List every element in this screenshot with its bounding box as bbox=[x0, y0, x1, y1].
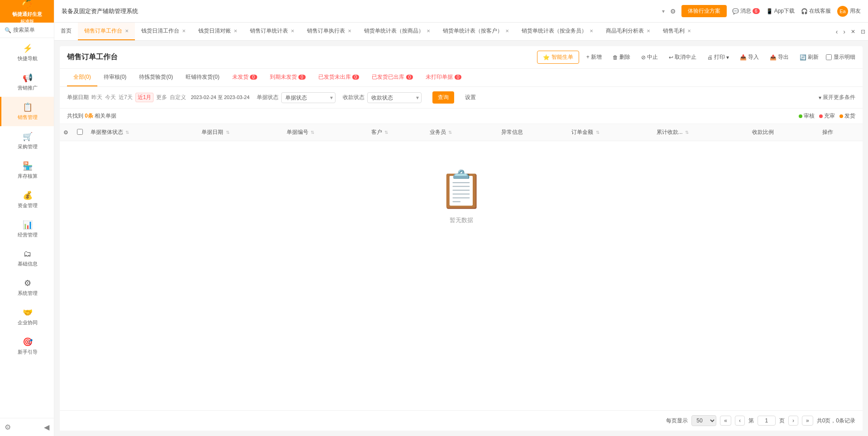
cancel-suspend-button[interactable]: ↩ 取消中止 bbox=[665, 51, 700, 63]
page-prev-btn[interactable]: ‹ bbox=[735, 416, 745, 426]
sidebar-collapse-icon[interactable]: ◀ bbox=[44, 423, 49, 431]
sidebar-search-item[interactable]: 🔍 搜索菜单 bbox=[0, 23, 54, 38]
sidebar-item-system[interactable]: ⚙ 系统管理 bbox=[0, 273, 54, 302]
tab-cash-reconcile-close[interactable]: ✕ bbox=[234, 28, 237, 33]
tab-daily-clear[interactable]: 钱货日清工作台 ✕ bbox=[135, 23, 192, 40]
uncheck-op-btn[interactable]: 充审 bbox=[819, 112, 835, 120]
sidebar-item-inventory[interactable]: 🏪 库存核算 bbox=[0, 156, 54, 185]
status-filter: 单据状态 单据状态 bbox=[257, 92, 336, 103]
sidebar-item-sales[interactable]: 📋 销售管理 bbox=[0, 97, 54, 126]
tab-sales-sum-prod-close[interactable]: ✕ bbox=[427, 28, 430, 33]
tab-sales-profit[interactable]: 销售毛利 ✕ bbox=[657, 23, 697, 40]
headset-icon: 🎧 bbox=[801, 8, 808, 14]
date-custom[interactable]: 自定义 bbox=[170, 94, 186, 101]
tab-home[interactable]: 首页 bbox=[54, 23, 78, 40]
sort-icon-amount[interactable]: ⇅ bbox=[596, 130, 599, 135]
show-detail-input[interactable] bbox=[826, 54, 832, 60]
tab-sales-sum-prod[interactable]: 销货单统计表（按商品） ✕ bbox=[358, 23, 436, 40]
sub-tab-wangpu[interactable]: 旺铺待发货(0) bbox=[179, 69, 226, 86]
sub-tab-all[interactable]: 全部(0) bbox=[67, 69, 97, 86]
sort-icon-date[interactable]: ⇅ bbox=[226, 130, 230, 135]
sub-tab-pending-inspect[interactable]: 待拣货验货(0) bbox=[133, 69, 179, 86]
sub-tab-shipped-out[interactable]: 已发货已出库 0 bbox=[365, 69, 419, 86]
suspend-button[interactable]: ⊘ 中止 bbox=[638, 51, 662, 63]
query-button[interactable]: 查询 bbox=[432, 91, 454, 104]
export-button[interactable]: 📤 导出 bbox=[766, 51, 792, 63]
table-scroll[interactable]: ⚙ 单据整体状态 ⇅ 单据日期 bbox=[60, 124, 863, 410]
select-all-checkbox[interactable] bbox=[77, 129, 83, 135]
tab-sales-sum-staff[interactable]: 销货单统计表（按业务员） ✕ bbox=[515, 23, 599, 40]
th-overall-status-label: 单据整体状态 bbox=[91, 129, 123, 135]
settings-filter-button[interactable]: 设置 bbox=[461, 91, 480, 104]
tab-sales-exec[interactable]: 销售订单执行表 ✕ bbox=[301, 23, 358, 40]
topbar-dropdown-icon[interactable]: ▾ bbox=[662, 8, 665, 14]
tab-sales-workbench-close[interactable]: ✕ bbox=[125, 28, 129, 33]
tab-sales-stat[interactable]: 销售订单统计表 ✕ bbox=[244, 23, 301, 40]
tab-sales-exec-close[interactable]: ✕ bbox=[348, 28, 351, 33]
tab-scroll-left[interactable]: ‹ bbox=[833, 28, 841, 35]
page-input[interactable] bbox=[758, 416, 776, 426]
sub-tab-overdue[interactable]: 到期未发货 0 bbox=[264, 69, 312, 86]
sidebar-item-operations[interactable]: 📊 经营管理 bbox=[0, 214, 54, 244]
sort-icon-status[interactable]: ⇅ bbox=[125, 130, 129, 135]
tab-scroll-right[interactable]: › bbox=[840, 28, 848, 35]
sidebar-item-basic-info[interactable]: 🗂 基础信息 bbox=[0, 244, 54, 273]
date-7days[interactable]: 近7天 bbox=[119, 94, 133, 101]
tab-sales-sum-staff-close[interactable]: ✕ bbox=[590, 28, 593, 33]
online-service-action[interactable]: 🎧 在线客服 bbox=[801, 7, 831, 15]
sidebar-settings-icon[interactable]: ⚙ bbox=[5, 423, 11, 431]
tab-close-all[interactable]: ✕ bbox=[848, 28, 858, 35]
tab-daily-clear-close[interactable]: ✕ bbox=[182, 28, 186, 33]
tab-sales-profit-close[interactable]: ✕ bbox=[687, 28, 691, 33]
date-today[interactable]: 今天 bbox=[105, 94, 116, 101]
date-yesterday[interactable]: 昨天 bbox=[91, 94, 102, 101]
tab-profit-analysis[interactable]: 商品毛利分析表 ✕ bbox=[599, 23, 657, 40]
sidebar-item-purchase[interactable]: 🛒 采购管理 bbox=[0, 126, 54, 156]
tab-profit-analysis-close[interactable]: ✕ bbox=[647, 28, 650, 33]
page-first-btn[interactable]: « bbox=[720, 416, 731, 426]
ship-op-btn[interactable]: 发货 bbox=[839, 112, 855, 120]
sub-tab-shipped-no-out[interactable]: 已发货未出库 0 bbox=[312, 69, 366, 86]
per-page-select[interactable]: 50 100 bbox=[691, 415, 716, 426]
sub-tab-pending-review[interactable]: 待审核(0) bbox=[97, 69, 133, 86]
sidebar-item-quick-nav[interactable]: ⚡ 快捷导航 bbox=[0, 38, 54, 67]
sidebar-item-enterprise[interactable]: 🤝 企业协同 bbox=[0, 302, 54, 332]
delete-button[interactable]: 🗑 删除 bbox=[609, 51, 634, 63]
user-menu[interactable]: Ea 用友 bbox=[837, 6, 861, 17]
date-more[interactable]: 更多 bbox=[156, 94, 167, 101]
sidebar-item-guide[interactable]: 🎯 新手引导 bbox=[0, 332, 54, 361]
sort-icon-customer[interactable]: ⇅ bbox=[384, 130, 388, 135]
app-download-action[interactable]: 📱 App下载 bbox=[766, 7, 795, 15]
print-button[interactable]: 🖨 打印 ▾ bbox=[704, 51, 733, 63]
tab-sales-workbench[interactable]: 销售订单工作台 ✕ bbox=[78, 23, 135, 40]
sub-tab-no-print[interactable]: 未打印单据 0 bbox=[419, 69, 468, 86]
tab-sales-sum-cust[interactable]: 销货单统计表（按客户） ✕ bbox=[436, 23, 515, 40]
sub-tab-not-shipped[interactable]: 未发货 0 bbox=[226, 69, 264, 86]
page-next-btn[interactable]: › bbox=[788, 416, 798, 426]
payment-select[interactable]: 收款状态 bbox=[367, 92, 422, 103]
sort-icon-collected[interactable]: ⇅ bbox=[685, 130, 689, 135]
trial-btn[interactable]: 体验行业方案 bbox=[681, 5, 727, 17]
date-1month[interactable]: 近1月 bbox=[135, 93, 154, 102]
expand-filter-btn[interactable]: ▾ 展开更多条件 bbox=[819, 94, 855, 101]
topbar-settings-icon[interactable]: ⚙ bbox=[670, 8, 676, 15]
message-action[interactable]: 💬 消息 6 bbox=[732, 7, 760, 15]
import-button[interactable]: 📥 导入 bbox=[736, 51, 762, 63]
refresh-button[interactable]: 🔄 刷新 bbox=[796, 51, 822, 63]
sidebar-item-finance[interactable]: 💰 资金管理 bbox=[0, 185, 54, 214]
add-button[interactable]: + 新增 bbox=[583, 51, 605, 63]
status-select[interactable]: 单据状态 bbox=[281, 92, 336, 103]
tab-sales-stat-close[interactable]: ✕ bbox=[291, 28, 294, 33]
sort-icon-number[interactable]: ⇅ bbox=[311, 130, 314, 135]
show-detail-checkbox[interactable]: 显示明细 bbox=[826, 53, 855, 61]
settings-col-icon[interactable]: ⚙ bbox=[63, 129, 68, 136]
sidebar-item-marketing[interactable]: 📢 营销推广 bbox=[0, 67, 54, 97]
review-op-btn[interactable]: 审核 bbox=[799, 112, 815, 120]
tab-sales-sum-cust-close[interactable]: ✕ bbox=[505, 28, 509, 33]
tab-maximize[interactable]: ⊡ bbox=[858, 28, 868, 35]
tab-cash-reconcile[interactable]: 钱货日清对账 ✕ bbox=[192, 23, 244, 40]
page-last-btn[interactable]: » bbox=[802, 416, 813, 426]
sort-icon-staff[interactable]: ⇅ bbox=[448, 130, 452, 135]
content-header: 销售订单工作台 ⭐ 智能生单 + 新增 🗑 删除 ⊘ 中止 bbox=[60, 46, 863, 69]
smart-gen-button[interactable]: ⭐ 智能生单 bbox=[537, 51, 579, 64]
